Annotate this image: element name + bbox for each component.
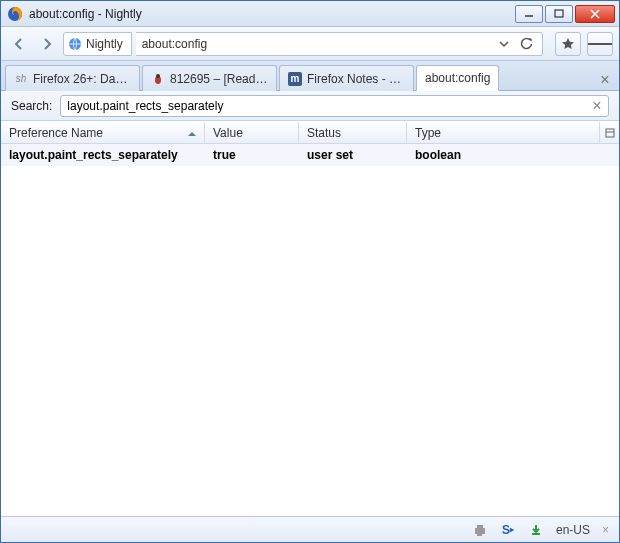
col-status[interactable]: Status <box>299 122 407 143</box>
tab-label: about:config <box>425 71 490 85</box>
m-icon: m <box>288 72 302 86</box>
tab-0[interactable]: sh Firefox 26+: Darste... <box>5 65 140 91</box>
table-row[interactable]: layout.paint_rects_separately true user … <box>1 144 619 166</box>
history-dropdown-icon[interactable] <box>494 39 514 49</box>
cell-name: layout.paint_rects_separately <box>1 148 205 162</box>
column-picker-icon[interactable] <box>599 122 619 143</box>
svg-rect-2 <box>555 10 563 17</box>
tab-1[interactable]: 812695 – [Read co... <box>142 65 277 91</box>
download-icon[interactable] <box>528 522 544 538</box>
search-input[interactable] <box>60 95 609 117</box>
addon-icon[interactable] <box>472 522 488 538</box>
minimize-button[interactable] <box>515 5 543 23</box>
close-button[interactable] <box>575 5 615 23</box>
svg-rect-8 <box>606 129 614 137</box>
tab-favicon: sh <box>14 72 28 86</box>
script-icon[interactable]: S▸ <box>500 522 516 538</box>
window-title: about:config - Nightly <box>29 7 515 21</box>
tab-3[interactable]: about:config <box>416 65 499 91</box>
table-header: Preference Name Value Status Type <box>1 122 619 144</box>
reload-button[interactable] <box>516 37 536 51</box>
back-button[interactable] <box>7 32 31 56</box>
tab-label: Firefox 26+: Darste... <box>33 72 131 86</box>
cell-type: boolean <box>407 148 619 162</box>
firefox-icon <box>7 6 23 22</box>
tab-strip: sh Firefox 26+: Darste... 812695 – [Read… <box>1 61 619 91</box>
globe-icon <box>68 37 82 51</box>
locale-label: en-US <box>556 523 590 537</box>
bookmark-button[interactable] <box>555 32 581 56</box>
col-preference-name[interactable]: Preference Name <box>1 122 205 143</box>
url-text: about:config <box>142 37 207 51</box>
cell-value: true <box>205 148 299 162</box>
tab-label: Firefox Notes - De... <box>307 72 405 86</box>
search-bar: Search: × <box>1 91 619 121</box>
col-type[interactable]: Type <box>407 122 599 143</box>
window-titlebar: about:config - Nightly <box>1 1 619 27</box>
status-bar: S▸ en-US × <box>1 516 619 542</box>
search-label: Search: <box>11 99 52 113</box>
maximize-button[interactable] <box>545 5 573 23</box>
table-body: layout.paint_rects_separately true user … <box>1 144 619 516</box>
bug-icon <box>151 72 165 86</box>
tab-label: 812695 – [Read co... <box>170 72 268 86</box>
menu-button[interactable] <box>587 32 613 56</box>
identity-label: Nightly <box>86 37 123 51</box>
identity-box[interactable]: Nightly <box>63 32 132 56</box>
url-bar[interactable]: about:config <box>136 32 543 56</box>
clear-search-icon[interactable]: × <box>589 98 605 114</box>
tab-2[interactable]: m Firefox Notes - De... <box>279 65 414 91</box>
prefs-table: Preference Name Value Status Type layout… <box>1 121 619 516</box>
cell-status: user set <box>299 148 407 162</box>
svg-point-7 <box>156 74 160 78</box>
statusbar-close-icon[interactable]: × <box>602 523 609 537</box>
col-value[interactable]: Value <box>205 122 299 143</box>
forward-button[interactable] <box>35 32 59 56</box>
tabs-close-icon[interactable]: × <box>595 70 615 90</box>
nav-toolbar: Nightly about:config <box>1 27 619 61</box>
